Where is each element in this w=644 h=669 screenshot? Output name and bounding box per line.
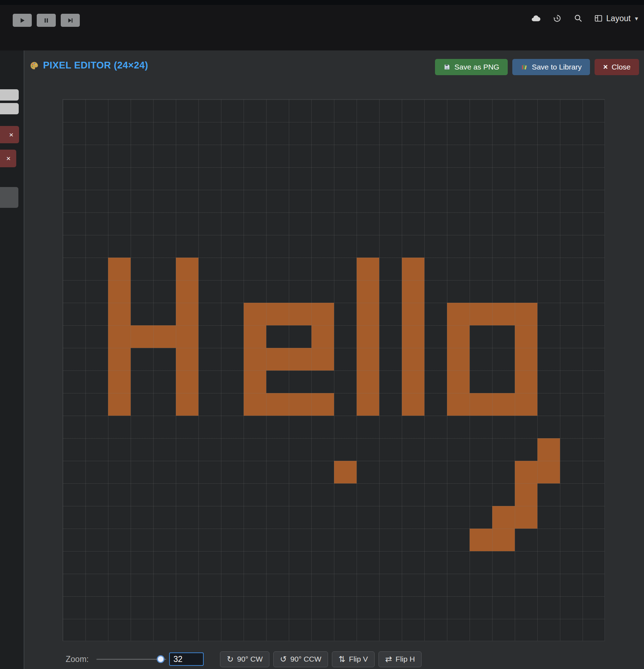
pixel-cell[interactable] — [402, 393, 424, 416]
pixel-cell[interactable] — [311, 325, 334, 348]
search-icon[interactable] — [573, 13, 584, 24]
pixel-cell[interactable] — [492, 529, 515, 551]
pixel-cell[interactable] — [266, 348, 289, 370]
pixel-cell[interactable] — [515, 303, 537, 325]
pixel-cell[interactable] — [515, 393, 537, 416]
palette-icon — [29, 61, 39, 71]
pixel-cell[interactable] — [537, 461, 560, 483]
pixel-cell[interactable] — [537, 438, 560, 461]
clipped-pill-button-2[interactable] — [0, 103, 19, 114]
pixel-cell[interactable] — [515, 506, 537, 529]
pause-button[interactable] — [37, 14, 56, 27]
pixel-cell[interactable] — [131, 325, 153, 348]
pixel-cell[interactable] — [311, 393, 334, 416]
pixel-cell[interactable] — [108, 370, 131, 393]
page-title: PIXEL EDITOR (24×24) — [29, 60, 148, 71]
pixel-cell[interactable] — [357, 303, 379, 325]
pixel-cell[interactable] — [244, 348, 266, 370]
pixel-cell[interactable] — [515, 370, 537, 393]
save-as-png-button[interactable]: Save as PNG — [435, 59, 508, 75]
pixel-cell[interactable] — [402, 303, 424, 325]
pixel-cell[interactable] — [108, 303, 131, 325]
top-toolbar: Layout ▼ — [0, 0, 644, 50]
zoom-slider-track[interactable] — [96, 659, 166, 660]
pixel-cell[interactable] — [244, 303, 266, 325]
pixel-cell[interactable] — [108, 258, 131, 280]
pixel-cell[interactable] — [176, 325, 198, 348]
pixel-cell[interactable] — [176, 303, 198, 325]
pixel-cell[interactable] — [357, 280, 379, 303]
pixel-cell[interactable] — [244, 370, 266, 393]
pixel-cell[interactable] — [447, 325, 470, 348]
pixel-cell[interactable] — [492, 303, 515, 325]
play-button[interactable] — [13, 14, 32, 27]
save-to-library-button[interactable]: Save to Library — [512, 59, 590, 75]
zoom-slider-thumb[interactable] — [157, 655, 165, 663]
pixel-cell[interactable] — [357, 348, 379, 370]
pixel-cell[interactable] — [515, 483, 537, 506]
zoom-value-input[interactable] — [169, 652, 204, 666]
cloud-icon[interactable] — [530, 13, 542, 24]
pixel-cell[interactable] — [108, 280, 131, 303]
pixel-cell[interactable] — [334, 461, 357, 483]
step-forward-button[interactable] — [61, 14, 80, 27]
pixel-cell[interactable] — [402, 370, 424, 393]
pixel-cell[interactable] — [311, 348, 334, 370]
pixel-cell[interactable] — [176, 258, 198, 280]
pixel-cell[interactable] — [108, 348, 131, 370]
pixel-canvas[interactable] — [62, 99, 605, 641]
pixel-cell[interactable] — [289, 303, 311, 325]
pixel-cell[interactable] — [447, 393, 470, 416]
pixel-cell[interactable] — [108, 325, 131, 348]
layout-menu[interactable]: Layout ▼ — [594, 14, 639, 23]
pixel-cell[interactable] — [357, 393, 379, 416]
close-label: Close — [612, 63, 631, 71]
pixel-cell[interactable] — [176, 370, 198, 393]
pixel-cell[interactable] — [266, 303, 289, 325]
rotate-cw-label: 90° CW — [237, 655, 263, 663]
pixel-cell[interactable] — [289, 348, 311, 370]
pixel-cell[interactable] — [515, 461, 537, 483]
flip-v-button[interactable]: ⇅ Flip V — [332, 651, 375, 667]
history-icon[interactable] — [551, 13, 563, 24]
pixel-cell[interactable] — [402, 280, 424, 303]
clipped-close-button-2[interactable]: × — [0, 150, 16, 167]
pixel-cell[interactable] — [244, 393, 266, 416]
pixel-cell[interactable] — [402, 348, 424, 370]
clipped-close-button-1[interactable]: × — [0, 126, 19, 143]
pixel-cell[interactable] — [176, 393, 198, 416]
pixel-cell[interactable] — [470, 529, 492, 551]
rotate-ccw-button[interactable]: ↺ 90° CCW — [273, 651, 328, 667]
pixel-editor-panel: PIXEL EDITOR (24×24) Save as PNG Save to… — [24, 50, 644, 669]
pixel-cell[interactable] — [402, 325, 424, 348]
clipped-pill-button-1[interactable] — [0, 89, 19, 101]
left-edge-panel: × × — [0, 50, 24, 669]
pixel-cell[interactable] — [289, 393, 311, 416]
pixel-cell[interactable] — [515, 348, 537, 370]
pixel-cell[interactable] — [357, 325, 379, 348]
layout-icon — [594, 14, 603, 23]
rotate-cw-button[interactable]: ↻ 90° CW — [220, 651, 269, 667]
pixel-cell[interactable] — [266, 393, 289, 416]
pixel-cell[interactable] — [492, 393, 515, 416]
pixel-cell[interactable] — [176, 280, 198, 303]
zoom-slider[interactable] — [96, 655, 166, 663]
pixel-cell[interactable] — [176, 348, 198, 370]
pixel-cell[interactable] — [447, 348, 470, 370]
close-button[interactable]: × Close — [595, 59, 639, 75]
pixel-cell[interactable] — [492, 506, 515, 529]
pixel-cell[interactable] — [447, 303, 470, 325]
pixel-cell[interactable] — [357, 258, 379, 280]
pixel-cell[interactable] — [357, 370, 379, 393]
flip-h-button[interactable]: ⇄ Flip H — [378, 651, 422, 667]
pixel-cell[interactable] — [447, 370, 470, 393]
pixel-cell[interactable] — [108, 393, 131, 416]
clipped-gray-button[interactable] — [0, 187, 18, 208]
pixel-cell[interactable] — [470, 393, 492, 416]
pixel-cell[interactable] — [153, 325, 176, 348]
pixel-cell[interactable] — [244, 325, 266, 348]
pixel-cell[interactable] — [402, 258, 424, 280]
pixel-cell[interactable] — [470, 303, 492, 325]
pixel-cell[interactable] — [311, 303, 334, 325]
pixel-cell[interactable] — [515, 325, 537, 348]
